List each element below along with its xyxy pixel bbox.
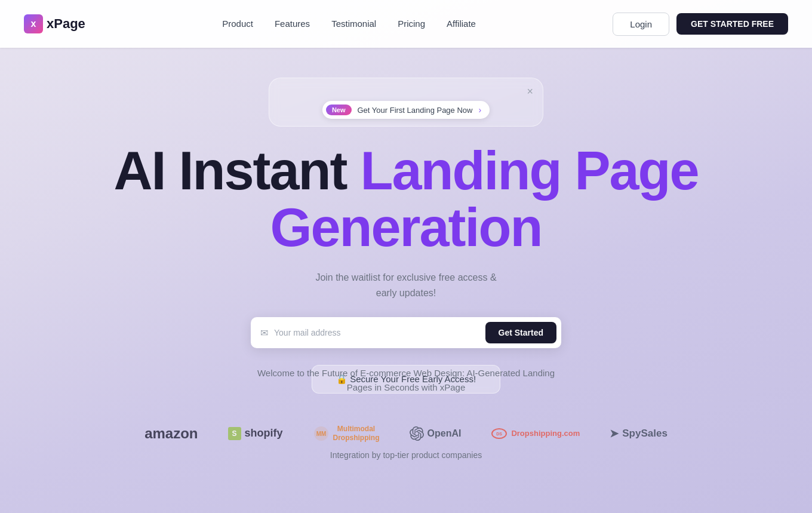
nav-link-affiliate[interactable]: Affiliate	[447, 19, 476, 29]
amazon-logo: amazon	[144, 425, 198, 442]
subtitle-line2: early updates!	[376, 288, 436, 298]
nav-item-affiliate[interactable]: Affiliate	[447, 19, 476, 29]
nav-link-product[interactable]: Product	[222, 19, 253, 29]
nav-link-testimonial[interactable]: Testimonial	[331, 19, 376, 29]
subtitle-line1: Join the waitlist for exclusive free acc…	[315, 272, 496, 282]
nav-actions: Login GET STARTED FREE	[613, 13, 788, 36]
dropshipping-logo: DS Dropshipping.com	[491, 425, 580, 442]
get-started-button[interactable]: GET STARTED FREE	[676, 13, 788, 35]
nav-link-pricing[interactable]: Pricing	[398, 19, 425, 29]
new-badge: New	[326, 105, 352, 115]
email-input[interactable]	[274, 328, 485, 337]
title-part1: AI Instant	[113, 141, 360, 201]
logo-text: xPage	[47, 16, 85, 32]
announcement-text: Get Your First Landing Page Now	[358, 106, 473, 115]
welcome-line2: Pages in Seconds with xPage	[347, 382, 465, 392]
title-part2: Landing Page	[360, 141, 698, 201]
nav-links: Product Features Testimonial Pricing Aff…	[222, 19, 476, 29]
logo[interactable]: x xPage	[24, 14, 85, 33]
logo-icon: x	[24, 14, 43, 33]
dropshipping-icon: DS	[491, 425, 508, 442]
announcement-bar[interactable]: New Get Your First Landing Page Now ›	[322, 101, 490, 119]
integrations-container: amazon S shopify MM MultimodalDropshippi…	[121, 425, 691, 442]
hero-section: × New Get Your First Landing Page Now › …	[0, 0, 812, 513]
hero-title: AI Instant Landing Page Generation	[102, 143, 710, 256]
get-started-submit-button[interactable]: Get Started	[485, 322, 556, 343]
close-button[interactable]: ×	[527, 85, 533, 98]
hero-subtitle: Join the waitlist for exclusive free acc…	[315, 270, 496, 300]
shopify-logo: S shopify	[228, 427, 283, 440]
title-part3: Generation	[270, 198, 542, 257]
navbar: x xPage Product Features Testimonial Pri…	[0, 0, 812, 48]
shopify-icon: S	[228, 427, 241, 440]
arrow-icon: ➤	[610, 427, 619, 440]
nav-item-product[interactable]: Product	[222, 19, 253, 29]
openai-logo: OpenAI	[410, 426, 462, 441]
svg-text:MM: MM	[316, 431, 326, 437]
multimodal-icon: MM	[313, 425, 330, 442]
nav-item-testimonial[interactable]: Testimonial	[331, 19, 376, 29]
nav-link-features[interactable]: Features	[275, 19, 310, 29]
hero-welcome: Welcome to the Future of E-commerce Web …	[257, 366, 555, 395]
mail-icon: ✉	[260, 327, 268, 339]
multimodal-logo: MM MultimodalDropshipping	[313, 425, 380, 442]
openai-icon	[410, 426, 424, 441]
nav-item-features[interactable]: Features	[275, 19, 310, 29]
login-button[interactable]: Login	[613, 13, 669, 36]
email-form: ✉ Get Started	[251, 317, 561, 348]
spysales-logo: ➤ SpySales	[610, 427, 668, 440]
chevron-right-icon: ›	[478, 105, 481, 115]
welcome-line1: Welcome to the Future of E-commerce Web …	[257, 368, 555, 378]
integration-label: Integration by top-tier product companie…	[330, 450, 482, 460]
svg-text:DS: DS	[497, 432, 503, 436]
nav-item-pricing[interactable]: Pricing	[398, 19, 425, 29]
